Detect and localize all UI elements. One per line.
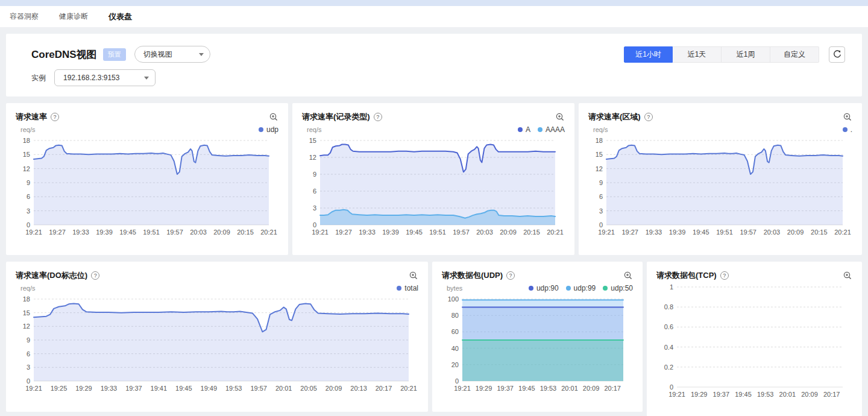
svg-text:19:27: 19:27 <box>49 228 66 236</box>
legend-item-udp:50[interactable]: udp:50 <box>603 284 633 292</box>
y-axis-unit: req/s <box>16 126 35 133</box>
legend-item-udp:99[interactable]: udp:99 <box>566 284 596 292</box>
chart-canvas: 02040608010019:2119:2919:3719:4519:5320:… <box>442 294 633 394</box>
tab-container-insight[interactable]: 容器洞察 <box>8 9 40 24</box>
svg-text:20:03: 20:03 <box>476 228 493 236</box>
zoom-in-icon[interactable] <box>269 112 278 122</box>
chart-legend: udp <box>251 125 278 134</box>
zoom-in-icon[interactable] <box>623 271 633 280</box>
zoom-in-icon[interactable] <box>409 271 418 280</box>
svg-text:12: 12 <box>309 154 316 161</box>
chart-request-rate-record-type: 请求速率(记录类型) ? req/s AAAAA 0369121519:2119… <box>292 103 574 255</box>
svg-text:9: 9 <box>27 179 30 186</box>
chart-title: 请求数据包(UDP) <box>442 270 503 281</box>
svg-text:19:45: 19:45 <box>693 228 709 236</box>
svg-text:15: 15 <box>596 151 603 158</box>
svg-text:100: 100 <box>448 295 459 303</box>
svg-text:20:09: 20:09 <box>500 228 517 236</box>
chart-request-rate-do-flag: 请求速率(DO标志位) ? req/s total 036912151819:2… <box>6 262 428 412</box>
zoom-in-icon[interactable] <box>843 112 852 122</box>
help-icon[interactable]: ? <box>720 271 729 280</box>
legend-label: udp:90 <box>536 284 559 292</box>
svg-text:0.4: 0.4 <box>664 344 673 351</box>
tab-dashboard[interactable]: 仪表盘 <box>107 9 133 25</box>
svg-text:19:25: 19:25 <box>51 385 68 392</box>
svg-text:20:09: 20:09 <box>213 228 230 236</box>
legend-dot-icon <box>397 286 401 291</box>
range-1h-button[interactable]: 近1小时 <box>624 46 673 63</box>
svg-text:20:03: 20:03 <box>764 228 781 236</box>
svg-text:12: 12 <box>596 165 603 172</box>
svg-text:0: 0 <box>670 383 673 391</box>
tab-health-diagnosis[interactable]: 健康诊断 <box>58 9 89 24</box>
svg-text:9: 9 <box>599 179 603 186</box>
svg-text:19:57: 19:57 <box>166 228 183 236</box>
chart-legend: . <box>835 125 852 134</box>
svg-text:19:29: 19:29 <box>476 385 492 392</box>
legend-item-.[interactable]: . <box>843 125 852 134</box>
chart-request-rate: 请求速率 ? req/s udp 036912151819:2119:2719:… <box>6 103 288 255</box>
chevron-down-icon <box>199 53 204 56</box>
help-icon[interactable]: ? <box>374 113 382 121</box>
svg-text:19:21: 19:21 <box>25 228 42 236</box>
svg-text:19:27: 19:27 <box>335 228 352 236</box>
chart-request-rate-zone: 请求速率(区域) ? req/s . 036912151819:2119:271… <box>579 103 862 255</box>
legend-label: total <box>404 284 418 292</box>
svg-text:20:01: 20:01 <box>275 385 292 392</box>
svg-text:0: 0 <box>599 221 603 228</box>
chart-title: 请求数据包(TCP) <box>656 270 717 281</box>
svg-text:20:15: 20:15 <box>811 228 828 236</box>
svg-text:19:49: 19:49 <box>201 385 218 392</box>
y-axis-unit: req/s <box>588 126 608 133</box>
svg-text:0: 0 <box>27 221 30 228</box>
svg-text:20:15: 20:15 <box>523 228 540 236</box>
legend-dot-icon <box>843 127 848 132</box>
refresh-button[interactable] <box>829 46 845 63</box>
svg-text:20:09: 20:09 <box>583 385 600 392</box>
svg-text:19:21: 19:21 <box>25 385 42 392</box>
svg-text:19:27: 19:27 <box>621 228 638 236</box>
legend-item-A[interactable]: A <box>518 125 530 134</box>
legend-item-AAAA[interactable]: AAAA <box>538 125 565 134</box>
svg-text:3: 3 <box>27 364 30 371</box>
zoom-in-icon[interactable] <box>843 271 852 280</box>
legend-label: . <box>851 125 852 134</box>
preset-badge: 预置 <box>103 48 126 61</box>
legend-label: udp:50 <box>611 284 633 292</box>
chart-title: 请求速率(DO标志位) <box>16 270 87 281</box>
svg-text:19:39: 19:39 <box>382 228 399 236</box>
view-switcher-value: 切换视图 <box>143 49 172 60</box>
legend-dot-icon <box>538 127 542 132</box>
instance-select[interactable]: 192.168.2.3:9153 <box>54 69 156 86</box>
svg-text:20:21: 20:21 <box>260 228 277 236</box>
legend-item-udp[interactable]: udp <box>259 125 278 134</box>
chart-legend: udp:90udp:99udp:50 <box>521 284 633 292</box>
help-icon[interactable]: ? <box>506 271 515 280</box>
zoom-in-icon[interactable] <box>555 112 565 122</box>
chart-request-packets-tcp: 请求数据包(TCP) ? 00.20.40.60.8119:2119:2919:… <box>647 262 862 416</box>
help-icon[interactable]: ? <box>644 113 653 121</box>
chart-title: 请求速率(记录类型) <box>302 112 370 122</box>
range-custom-button[interactable]: 自定义 <box>770 46 819 63</box>
svg-text:20:03: 20:03 <box>190 228 207 236</box>
view-switcher-select[interactable]: 切换视图 <box>134 46 210 63</box>
refresh-icon <box>832 49 842 59</box>
svg-text:20:17: 20:17 <box>604 385 621 392</box>
svg-text:15: 15 <box>23 309 30 317</box>
svg-text:40: 40 <box>451 345 459 352</box>
legend-item-total[interactable]: total <box>397 284 418 292</box>
help-icon[interactable]: ? <box>91 271 99 280</box>
svg-text:3: 3 <box>599 207 603 215</box>
svg-text:15: 15 <box>309 137 316 144</box>
range-1d-button[interactable]: 近1天 <box>673 46 722 63</box>
range-1w-button[interactable]: 近1周 <box>722 46 770 63</box>
svg-text:19:37: 19:37 <box>713 391 730 398</box>
svg-text:20:05: 20:05 <box>300 385 317 392</box>
legend-item-udp:90[interactable]: udp:90 <box>529 284 559 292</box>
chart-plot: 036912151819:2119:2719:3319:3919:4519:51… <box>588 136 852 241</box>
help-icon[interactable]: ? <box>51 113 59 121</box>
legend-dot-icon <box>566 286 571 291</box>
svg-text:0: 0 <box>27 377 30 385</box>
svg-text:6: 6 <box>599 193 603 200</box>
chevron-down-icon <box>144 77 149 80</box>
